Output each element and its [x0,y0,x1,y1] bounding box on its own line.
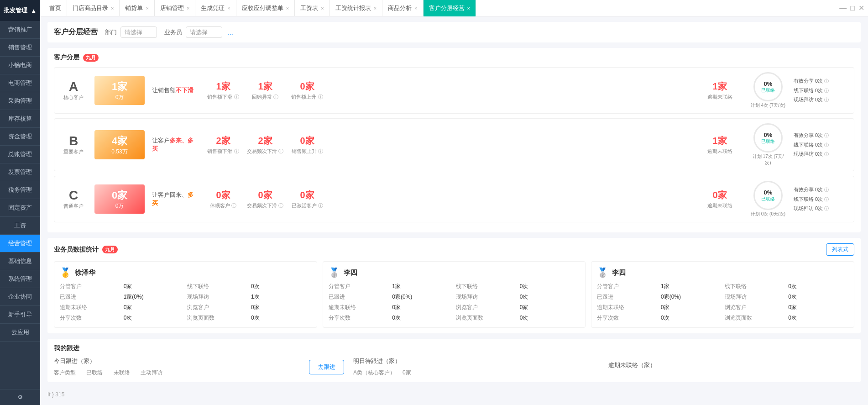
staff-stat-label-1-0: 分管客户 [329,283,389,290]
tab-goods-analysis[interactable]: 商品分析× [382,0,423,16]
tomorrow-followup-content: A类（核心客户） 0家 [353,369,599,377]
sidebar-item-yingxiao[interactable]: 营销推广 [0,21,40,39]
staff-stat-value-1-1: 0次 [520,283,528,289]
staff-stat-label-1-6: 分享次数 [329,314,389,322]
tomorrow-followup-label: 明日待跟进（家） [353,357,599,365]
tab-home[interactable]: 首页 [44,0,67,16]
tab-voucher[interactable]: 生成凭证× [195,0,236,16]
tier-row-b: B 重要客户 4家 0.53万 让客户多来、多买 2家 销售额下滑 ⓘ 2家 交… [54,118,854,171]
dept-filter: 部门 请选择 [105,26,157,38]
tab-close-store-products[interactable]: × [111,5,114,11]
tier-metric-1-2: 0家 销售额上升 ⓘ [289,135,325,155]
tier-right-stats-c: 有效分享 0次 ⓘ线下联络 0次 ⓘ现场拜访 0次 ⓘ [794,185,848,214]
tier-overdue-b: 1家 逾期未联络 [697,135,743,155]
staff-stat-label-2-7: 浏览页面数 [725,314,785,322]
sidebar-header[interactable]: 批发管理 ▲ [0,0,40,21]
tier-label-c: C 普通客户 [60,189,87,210]
sidebar-item-kucun[interactable]: 库存核算 [0,110,40,128]
sidebar-item-zhangmu[interactable]: 总账管理 [0,146,40,163]
sidebar-item-xitong[interactable]: 系统管理 [0,270,40,288]
tab-sales-order[interactable]: 销货单× [120,0,154,16]
tab-payroll-report[interactable]: 工资统计报表× [330,0,382,16]
page-content: 客户分层经营 部门 请选择 业务员 请选择 ... 客户分层 九月 [40,16,868,405]
tab-close-store-mgmt[interactable]: × [187,5,189,11]
staff-stat-value-1-0: 1家 [392,283,401,289]
tab-close-payroll-report[interactable]: × [374,5,376,11]
tier-slogan-b: 让客户多来、多买 [152,137,198,153]
staff-stat-value-0-6: 0次 [124,315,132,321]
tier-overdue-a: 1家 逾期未联络 [697,80,743,100]
staff-stat-value-0-7: 0次 [251,315,260,321]
tab-close-sales-order[interactable]: × [146,5,148,11]
tab-minimize-icon[interactable]: — [839,4,847,12]
staff-stat-link-2-2[interactable]: 0家(0%) [661,294,681,300]
staff-stat-link-2-5[interactable]: 0家 [788,304,797,310]
overdue-label: 逾期未联络（家） [608,361,854,369]
tab-close-icon[interactable]: ✕ [858,4,864,12]
tomorrow-followup-card: 明日待跟进（家） A类（核心客户） 0家 [353,357,599,377]
tab-receivable[interactable]: 应收应付调整单× [236,0,295,16]
tab-customer-mgmt[interactable]: 客户分层经营× [424,0,476,16]
sidebar-item-qiye[interactable]: 企业协同 [0,288,40,306]
tab-store-mgmt[interactable]: 店铺管理× [155,0,195,16]
sidebar-item-jingying[interactable]: 经营管理 [0,235,40,252]
staff-stat-link-0-2[interactable]: 1家(0%) [124,294,144,300]
staff-stat-label-0-6: 分享次数 [60,314,120,322]
tab-close-payroll[interactable]: × [321,5,324,11]
tier-right-stats-b: 有效分享 0次 ⓘ线下联络 0次 ⓘ现场拜访 0次 ⓘ [794,131,848,159]
sidebar-item-gudingzichan[interactable]: 固定资产 [0,199,40,217]
tab-maximize-icon[interactable]: □ [850,4,855,12]
staff-select[interactable]: 请选择 [186,26,222,38]
staff-stat-label-2-5: 浏览客户 [725,304,785,311]
tier-slogan-c: 让客户回来、多买 [152,191,198,207]
staff-stat-label-0-0: 分管客户 [60,283,120,290]
staff-stats-grid-1: 分管客户1家线下联络0次已跟进0家(0%)现场拜访0次逾期未联络0家浏览客户0家… [329,283,580,322]
tab-close-goods-analysis[interactable]: × [414,5,417,11]
sidebar-item-jichu[interactable]: 基础信息 [0,252,40,270]
staff-stat-label-0-2: 已跟进 [60,293,120,301]
staff-stat-label-2-0: 分管客户 [597,283,657,290]
dept-select[interactable]: 请选择 [120,26,157,38]
staff-stat-label-1-4: 逾期未联络 [329,304,389,311]
tier-metric-1-1: 2家 交易频次下滑 ⓘ [247,135,283,155]
overdue-followup-card: 逾期未联络（家） [608,361,854,373]
staff-label: 业务员 [164,28,182,37]
sidebar-item-fapiao[interactable]: 发票管理 [0,163,40,181]
sidebar-item-gongzi[interactable]: 工资 [0,217,40,235]
staff-stat-link-2-4[interactable]: 0家 [661,304,669,310]
sidebar-collapse-icon[interactable]: ▲ [31,7,37,14]
list-view-btn[interactable]: 列表式 [826,243,854,256]
tab-close-receivable[interactable]: × [286,5,289,11]
sidebar-title: 批发管理 [4,6,27,15]
staff-stat-link-1-4[interactable]: 0家 [392,304,401,310]
sidebar-item-shuiwu[interactable]: 税务管理 [0,181,40,199]
more-filter-btn[interactable]: ... [228,28,234,37]
staff-stat-link-1-2[interactable]: 0家(0%) [392,294,412,300]
sidebar-settings[interactable]: ⚙ [0,389,40,405]
tab-bar-actions: — □ ✕ [839,4,864,12]
tier-row-a: A 核心客户 1家 0万 让销售额不下滑 1家 销售额下滑 ⓘ 1家 回购异常 … [54,67,854,114]
sidebar-item-xiaoshou[interactable]: 销售管理 [0,39,40,57]
staff-medal-2: 🥈 [597,267,608,278]
tier-metric-2-2: 0家 已激活客户 ⓘ [289,189,325,209]
staff-stat-value-1-3: 0次 [520,294,528,300]
goto-followup-btn[interactable]: 去跟进 [309,360,344,374]
staff-stat-link-1-5[interactable]: 0家 [520,304,528,310]
staff-stat-link-0-5[interactable]: 0家 [251,304,260,310]
sidebar-item-zijin[interactable]: 资金管理 [0,128,40,146]
tier-count-a: 1家 0万 [94,76,145,105]
tab-close-customer-mgmt[interactable]: × [467,5,470,11]
sidebar-item-dianshang[interactable]: 电商管理 [0,74,40,92]
sidebar-item-xiaodian[interactable]: 小畅电商 [0,57,40,74]
sidebar-item-caigou[interactable]: 采购管理 [0,92,40,110]
staff-stat-value-0-0: 0家 [124,283,132,289]
sidebar-item-yunyingyong[interactable]: 云应用 [0,324,40,342]
tab-close-voucher[interactable]: × [227,5,230,11]
staff-stat-value-1-6: 0次 [392,315,401,321]
tab-store-products[interactable]: 门店商品目录× [67,0,120,16]
tab-payroll[interactable]: 工资表× [295,0,329,16]
staff-stat-link-0-4[interactable]: 0家 [124,304,132,310]
staff-stat-label-1-7: 浏览页面数 [456,314,516,322]
sidebar-item-xinshou[interactable]: 新手引导 [0,306,40,324]
staff-name-row-1: 🥈 李四 [329,267,580,278]
